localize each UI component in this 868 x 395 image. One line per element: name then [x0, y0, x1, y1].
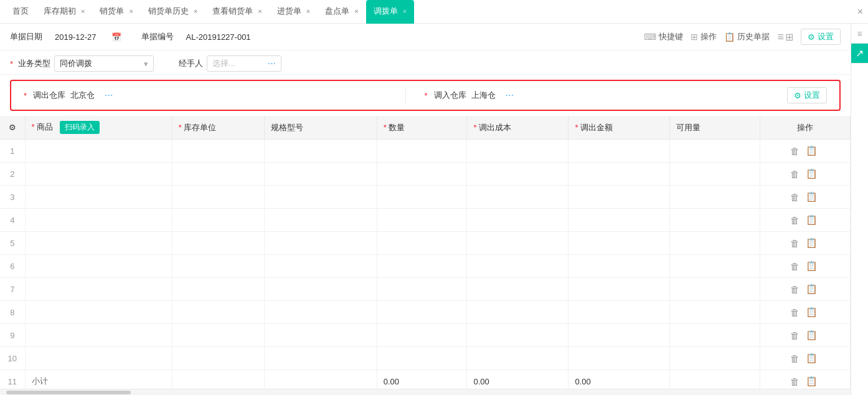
row-qty[interactable]	[377, 347, 467, 370]
window-close-button[interactable]: ×	[857, 6, 863, 17]
row-cost[interactable]	[467, 232, 568, 255]
row-available[interactable]	[670, 255, 760, 278]
row-delete-icon[interactable]: 🗑	[790, 307, 800, 318]
row-cost[interactable]	[467, 140, 568, 163]
row-copy-icon[interactable]: 📋	[806, 330, 818, 341]
row-unit[interactable]	[172, 324, 264, 347]
row-qty[interactable]	[377, 324, 467, 347]
row-cost[interactable]	[467, 324, 568, 347]
row-qty[interactable]	[377, 232, 467, 255]
settings-button[interactable]: ⚙ 设置	[801, 29, 841, 45]
tab-close-sales-order[interactable]: ×	[129, 7, 133, 15]
row-available[interactable]	[670, 209, 760, 232]
row-spec[interactable]	[264, 140, 377, 163]
row-qty[interactable]	[377, 209, 467, 232]
col-gear[interactable]: ⚙	[0, 116, 25, 140]
section-settings-button[interactable]: ⚙ 设置	[787, 87, 827, 103]
row-amount[interactable]	[568, 301, 670, 324]
tab-sales-order[interactable]: 销货单 ×	[92, 0, 140, 24]
tab-close-view-sales[interactable]: ×	[258, 7, 262, 15]
row-product[interactable]	[25, 347, 172, 370]
row-cost[interactable]	[467, 347, 568, 370]
row-product[interactable]	[25, 301, 172, 324]
row-unit[interactable]	[172, 186, 264, 209]
row-amount[interactable]	[568, 232, 670, 255]
row-unit[interactable]	[172, 347, 264, 370]
row-unit[interactable]	[172, 209, 264, 232]
grid-view-icon[interactable]: ⊞	[785, 31, 793, 43]
row-delete-icon[interactable]: 🗑	[790, 376, 800, 387]
row-delete-icon[interactable]: 🗑	[790, 353, 800, 364]
tab-purchase[interactable]: 进货单 ×	[270, 0, 318, 24]
row-amount[interactable]	[568, 186, 670, 209]
calendar-icon[interactable]: 📅	[111, 32, 121, 42]
list-view-icon[interactable]: ≡	[777, 31, 784, 44]
row-delete-icon[interactable]: 🗑	[790, 146, 800, 156]
row-unit[interactable]	[172, 163, 264, 186]
row-delete-icon[interactable]: 🗑	[790, 261, 800, 272]
tab-stock-init[interactable]: 库存期初 ×	[36, 0, 92, 24]
row-delete-icon[interactable]: 🗑	[790, 192, 800, 202]
scrollbar-thumb[interactable]	[6, 391, 131, 394]
handler-select[interactable]: 选择... ···	[207, 55, 281, 72]
row-unit[interactable]	[172, 232, 264, 255]
row-product[interactable]	[25, 140, 172, 163]
tab-close-purchase[interactable]: ×	[306, 7, 310, 15]
row-unit[interactable]	[172, 255, 264, 278]
row-delete-icon[interactable]: 🗑	[790, 330, 800, 341]
row-qty[interactable]	[377, 140, 467, 163]
table-gear-icon[interactable]: ⚙	[9, 123, 16, 132]
row-unit[interactable]	[172, 140, 264, 163]
row-amount[interactable]	[568, 255, 670, 278]
row-product[interactable]	[25, 186, 172, 209]
row-spec[interactable]	[264, 186, 377, 209]
row-available[interactable]	[670, 163, 760, 186]
row-copy-icon[interactable]: 📋	[806, 168, 818, 179]
row-spec[interactable]	[264, 209, 377, 232]
row-amount[interactable]	[568, 324, 670, 347]
row-qty[interactable]	[377, 255, 467, 278]
sidebar-export-icon[interactable]: ↗	[851, 44, 869, 64]
row-spec[interactable]	[264, 278, 377, 301]
row-product[interactable]	[25, 324, 172, 347]
biz-type-select[interactable]: 同价调拨 ▾	[54, 55, 154, 72]
row-product[interactable]	[25, 209, 172, 232]
row-spec[interactable]	[264, 255, 377, 278]
tab-home[interactable]: 首页	[5, 0, 36, 24]
tab-sales-history[interactable]: 销货单历史 ×	[141, 0, 205, 24]
row-product[interactable]	[25, 255, 172, 278]
row-cost[interactable]	[467, 163, 568, 186]
row-spec[interactable]	[264, 163, 377, 186]
row-copy-icon[interactable]: 📋	[806, 307, 818, 318]
handler-ellipsis-icon[interactable]: ···	[268, 58, 276, 69]
row-amount[interactable]	[568, 140, 670, 163]
tab-transfer[interactable]: 调拨单 ×	[366, 0, 414, 24]
row-unit[interactable]	[172, 301, 264, 324]
horizontal-scrollbar[interactable]	[0, 389, 851, 395]
row-amount[interactable]	[568, 347, 670, 370]
row-available[interactable]	[670, 301, 760, 324]
row-delete-icon[interactable]: 🗑	[790, 215, 800, 226]
row-available[interactable]	[670, 324, 760, 347]
tab-view-sales[interactable]: 查看销货单 ×	[205, 0, 269, 24]
row-amount[interactable]	[568, 209, 670, 232]
tab-close-stock-init[interactable]: ×	[81, 7, 85, 15]
row-available[interactable]	[670, 140, 760, 163]
row-unit[interactable]	[172, 278, 264, 301]
shortcut-tool[interactable]: ⌨ 快捷键	[644, 31, 683, 42]
row-qty[interactable]	[377, 186, 467, 209]
row-available[interactable]	[670, 186, 760, 209]
tab-close-sales-history[interactable]: ×	[194, 7, 197, 15]
row-qty[interactable]	[377, 278, 467, 301]
tab-close-transfer[interactable]: ×	[403, 7, 407, 15]
row-copy-icon[interactable]: 📋	[806, 353, 818, 364]
in-warehouse-ellipsis-icon[interactable]: ···	[506, 90, 514, 101]
row-available[interactable]	[670, 347, 760, 370]
row-cost[interactable]	[467, 209, 568, 232]
history-tool[interactable]: 📋 历史单据	[724, 31, 770, 42]
row-copy-icon[interactable]: 📋	[806, 191, 818, 202]
row-cost[interactable]	[467, 255, 568, 278]
row-copy-icon[interactable]: 📋	[806, 214, 818, 226]
row-cost[interactable]	[467, 278, 568, 301]
row-copy-icon[interactable]: 📋	[806, 376, 818, 387]
